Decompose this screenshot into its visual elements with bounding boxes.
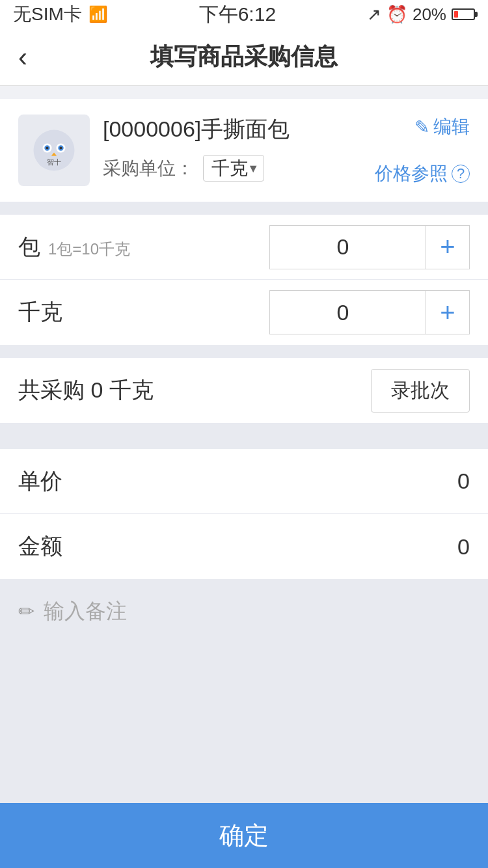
kg-input-right: + [269, 290, 470, 334]
pack-label-text: 包 [18, 232, 40, 262]
status-left: 无SIM卡 📶 [13, 2, 108, 27]
unit-select-wrap[interactable]: 千克 [203, 155, 264, 182]
svg-point-5 [46, 146, 48, 149]
note-section[interactable]: ✏ 输入备注 [0, 579, 488, 657]
note-icon: ✏ [18, 600, 34, 623]
unit-price-row: 单价 0 [0, 449, 488, 514]
kg-row: 千克 + [0, 280, 488, 345]
price-ref-icon: ? [452, 165, 470, 183]
back-button[interactable]: ‹ [18, 42, 27, 73]
unit-price-label: 单价 [18, 467, 62, 496]
pack-sublabel: 1包=10千克 [48, 239, 130, 260]
alarm-icon: ⏰ [386, 5, 407, 25]
divider-1 [0, 202, 488, 215]
wifi-icon: 📶 [88, 5, 108, 23]
pack-row: 包 1包=10千克 + [0, 215, 488, 280]
page-title: 填写商品采购信息 [150, 41, 338, 73]
pack-plus-button[interactable]: + [426, 225, 470, 269]
price-section: 单价 0 金额 0 [0, 436, 488, 579]
price-ref-label: 价格参照 [375, 161, 448, 186]
battery-indicator [452, 8, 475, 20]
status-time: 下午6:12 [199, 1, 276, 28]
summary-section: 共采购 0 千克 录批次 [0, 345, 488, 423]
summary-text: 共采购 0 千克 [18, 375, 154, 405]
pack-quantity-input[interactable] [269, 225, 426, 269]
amount-value: 0 [457, 534, 470, 560]
edit-icon: ✎ [414, 116, 429, 138]
amount-label: 金额 [18, 532, 62, 562]
divider-2 [0, 423, 488, 436]
unit-select[interactable]: 千克 [203, 155, 264, 182]
pack-input-right: + [269, 225, 470, 269]
summary-row: 共采购 0 千克 录批次 [0, 358, 488, 423]
confirm-button[interactable]: 确定 [0, 803, 488, 868]
kg-label-text: 千克 [18, 297, 62, 327]
nav-bar: ‹ 填写商品采购信息 [0, 29, 488, 86]
status-right: ↗ ⏰ 20% [367, 5, 475, 25]
kg-quantity-input[interactable] [269, 290, 426, 334]
carrier-text: 无SIM卡 [13, 2, 82, 27]
status-bar: 无SIM卡 📶 下午6:12 ↗ ⏰ 20% [0, 0, 488, 29]
location-icon: ↗ [367, 5, 381, 25]
product-image: 智十 [18, 115, 90, 186]
product-card: 智十 [0000006]手撕面包 采购单位： 千克 ✎ 编辑 价格参照 ? [0, 99, 488, 202]
amount-row: 金额 0 [0, 514, 488, 579]
svg-point-6 [59, 146, 62, 149]
batch-button[interactable]: 录批次 [371, 369, 470, 413]
input-section: 包 1包=10千克 + 千克 + [0, 215, 488, 345]
svg-text:智十: 智十 [47, 158, 61, 166]
note-placeholder: 输入备注 [44, 597, 127, 626]
kg-plus-button[interactable]: + [426, 290, 470, 334]
edit-button[interactable]: ✎ 编辑 [414, 115, 470, 139]
unit-price-value: 0 [457, 468, 470, 494]
unit-label: 采购单位： [103, 156, 194, 181]
price-ref-button[interactable]: 价格参照 ? [375, 161, 470, 186]
battery-percent: 20% [413, 5, 446, 25]
pack-label: 包 1包=10千克 [18, 232, 130, 262]
edit-label: 编辑 [433, 115, 470, 139]
product-logo: 智十 [31, 128, 77, 173]
kg-label: 千克 [18, 297, 62, 327]
